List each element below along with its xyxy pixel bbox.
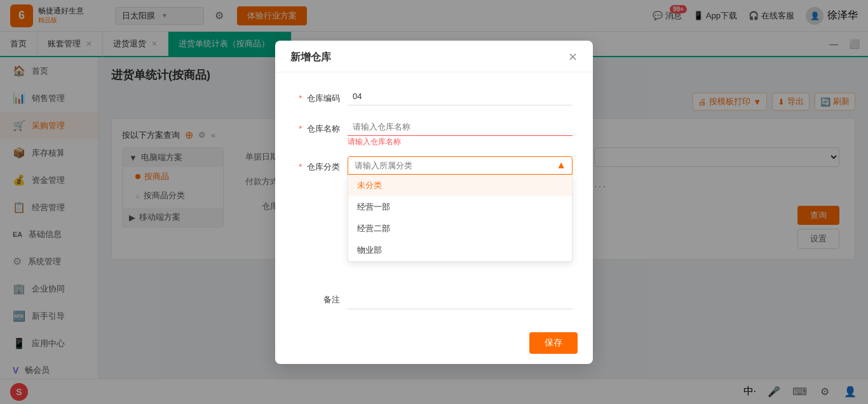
required-star2: * — [299, 124, 302, 133]
modal-close-button[interactable]: ✕ — [568, 51, 578, 63]
warehouse-name-input[interactable] — [348, 118, 573, 136]
warehouse-name-label: * 仓库名称 — [295, 118, 340, 135]
modal-new-warehouse: 新增仓库 ✕ * 仓库编码 * 仓库名称 请输入仓库名称 — [275, 41, 593, 364]
dropdown-item-uncategorized[interactable]: 未分类 — [348, 175, 572, 196]
modal-footer: 保存 — [275, 322, 593, 364]
warehouse-note-field: 备注 — [295, 289, 573, 309]
warehouse-code-input[interactable] — [348, 88, 573, 105]
warehouse-note-label: 备注 — [295, 289, 340, 306]
warehouse-code-label: * 仓库编码 — [295, 88, 340, 104]
category-input[interactable] — [348, 156, 573, 175]
warehouse-category-label: * 仓库分类 — [295, 156, 340, 173]
dropdown-item-ops2[interactable]: 经营二部 — [348, 218, 572, 239]
warehouse-note-input[interactable] — [348, 289, 573, 309]
category-select-wrap: ▲ 未分类 经营一部 经营二部 物业部 — [348, 156, 573, 175]
save-button[interactable]: 保存 — [529, 332, 578, 354]
dropdown-item-property[interactable]: 物业部 — [348, 239, 572, 261]
modal-overlay[interactable]: 新增仓库 ✕ * 仓库编码 * 仓库名称 请输入仓库名称 — [0, 0, 868, 404]
warehouse-category-field: * 仓库分类 ▲ 未分类 经营一部 经营二部 物业部 — [295, 156, 573, 175]
required-star3: * — [299, 162, 302, 172]
required-star: * — [299, 93, 302, 103]
warehouse-name-field: * 仓库名称 请输入仓库名称 — [295, 118, 573, 136]
modal-body: * 仓库编码 * 仓库名称 请输入仓库名称 * — [275, 72, 593, 309]
warehouse-code-field: * 仓库编码 — [295, 88, 573, 105]
dropdown-item-ops1[interactable]: 经营一部 — [348, 196, 572, 218]
modal-title: 新增仓库 — [290, 51, 331, 64]
modal-header: 新增仓库 ✕ — [275, 41, 593, 72]
warehouse-name-error: 请输入仓库名称 — [348, 137, 401, 147]
category-dropdown: 未分类 经营一部 经营二部 物业部 — [348, 175, 573, 262]
